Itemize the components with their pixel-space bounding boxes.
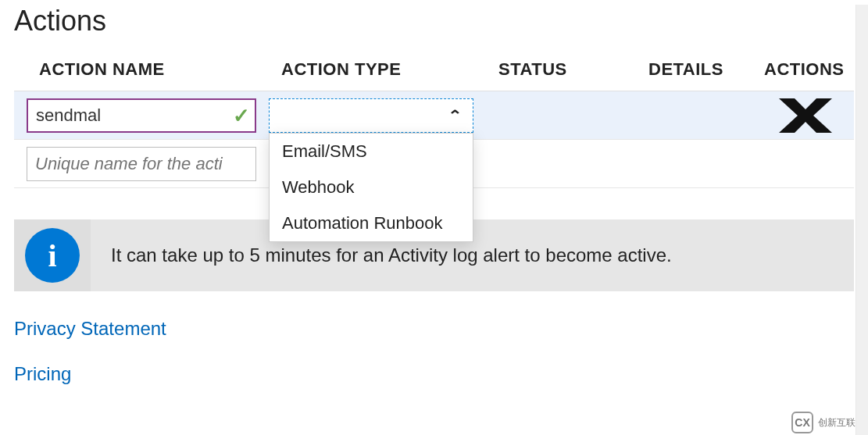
action-type-dropdown: Email/SMS Webhook Automation Runbook: [269, 133, 473, 242]
watermark-text: 创新互联: [818, 416, 855, 430]
info-message: It can take up to 5 minutes for an Activ…: [91, 244, 672, 266]
page-title: Actions: [14, 5, 854, 37]
svg-marker-0: [779, 98, 832, 133]
pricing-link[interactable]: Pricing: [14, 363, 854, 385]
action-name-input[interactable]: [27, 98, 256, 133]
info-icon: i: [25, 228, 80, 283]
delete-button[interactable]: [776, 95, 835, 136]
watermark-logo-icon: CX: [791, 412, 813, 433]
watermark: CX 创新互联: [791, 412, 855, 433]
dropdown-item-automation-runbook[interactable]: Automation Runbook: [270, 205, 473, 241]
header-action-name: ACTION NAME: [39, 59, 281, 80]
table-header: ACTION NAME ACTION TYPE STATUS DETAILS A…: [14, 59, 854, 91]
chevron-up-icon: ⌃: [448, 107, 462, 123]
header-details: DETAILS: [648, 59, 764, 80]
scrollbar[interactable]: [855, 5, 868, 435]
table-row: ✓ ⌃ Email/SMS Webhook Automation Runbook: [14, 91, 854, 140]
privacy-statement-link[interactable]: Privacy Statement: [14, 318, 854, 340]
close-icon: [776, 95, 835, 136]
header-actions: ACTIONS: [764, 59, 845, 80]
header-status: STATUS: [498, 59, 648, 80]
header-action-type: ACTION TYPE: [281, 59, 498, 80]
action-type-select[interactable]: ⌃: [269, 98, 473, 133]
dropdown-item-webhook[interactable]: Webhook: [270, 169, 473, 205]
checkmark-icon: ✓: [233, 103, 250, 127]
info-icon-tile: i: [14, 219, 91, 291]
action-name-new-input[interactable]: [27, 147, 256, 181]
dropdown-item-email-sms[interactable]: Email/SMS: [270, 134, 473, 169]
